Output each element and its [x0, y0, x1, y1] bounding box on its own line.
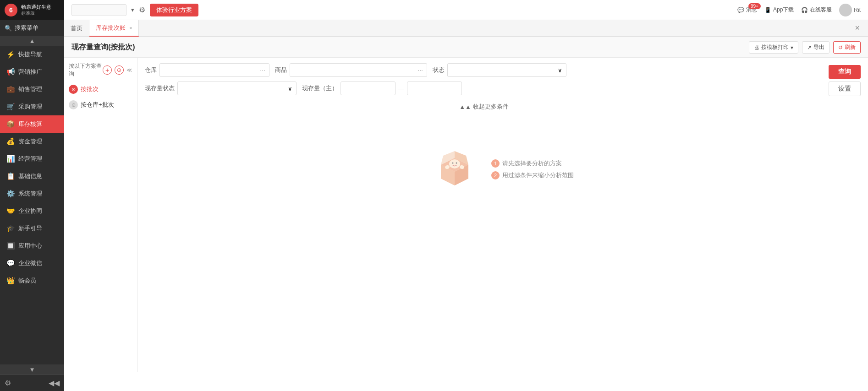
status-select[interactable]: ∨: [447, 63, 566, 77]
inventory-qty-to[interactable]: [407, 81, 462, 95]
sidebar-item-member[interactable]: 👑 畅会员: [0, 272, 64, 289]
warehouse-batch-icon: ⊙: [69, 100, 78, 109]
sidebar-search[interactable]: 🔍 搜索菜单: [0, 20, 64, 36]
sidebar-footer: ⚙ ◀◀: [0, 375, 64, 391]
inventory-status-select[interactable]: ∨: [177, 81, 297, 95]
refresh-btn[interactable]: ↺ 刷新: [833, 41, 861, 54]
sidebar-scroll-down[interactable]: ▼: [0, 364, 64, 375]
settings-icon[interactable]: ⚙: [5, 379, 11, 387]
warehouse-dots[interactable]: ···: [260, 66, 265, 74]
header-gear-btn[interactable]: ⚙: [139, 5, 145, 14]
app-title: 畅康通好生意: [21, 4, 51, 10]
sidebar-item-label: 资金管理: [18, 137, 42, 146]
right-content: 仓库 ··· 商品 ···: [137, 58, 868, 372]
sidebar-item-label: 快捷导航: [18, 50, 42, 59]
tab-active-label: 库存批次账: [96, 24, 126, 32]
panel-add-btn[interactable]: +: [103, 65, 112, 75]
sidebar-item-operations[interactable]: 📊 经营管理: [0, 150, 64, 168]
app-download-label: App下载: [773, 6, 794, 14]
user-name: Rit: [854, 7, 861, 13]
sidebar-item-label: 销售管理: [18, 85, 42, 93]
svg-point-7: [452, 163, 454, 164]
wechat-icon: 💬: [6, 259, 15, 267]
cube-svg: [432, 147, 478, 192]
phone-icon: 📱: [764, 7, 771, 13]
panel-item-warehouse-batch[interactable]: ⊙ 按仓库+批次: [64, 97, 137, 113]
sidebar-scroll-up[interactable]: ▲: [0, 36, 64, 46]
tab-bar-right: ×: [851, 20, 868, 37]
export-btn[interactable]: ↗ 导出: [802, 41, 830, 54]
svg-point-6: [449, 159, 460, 168]
sidebar-item-wechat[interactable]: 💬 企业微信: [0, 255, 64, 272]
tab-bar: 首页 库存批次账 × ×: [64, 20, 868, 37]
collapse-more-btn[interactable]: ▲▲ 收起更多条件: [145, 100, 823, 114]
page-header: 现存量查询(按批次) 🖨 按模板打印 ▾ ↗ 导出 ↺ 刷新: [64, 37, 868, 58]
apps-icon: 🔲: [6, 242, 15, 250]
sidebar-item-label: 库存核算: [18, 120, 42, 128]
online-service-action[interactable]: 🎧 在线客服: [801, 6, 832, 14]
header-right: 💬 消息 99+ 📱 App下载 🎧 在线客服 Rit: [737, 4, 861, 16]
tab-home-label: 首页: [71, 24, 82, 33]
sidebar-item-quick-nav[interactable]: ⚡ 快捷导航: [0, 46, 64, 63]
collapse-up-icon: ▲▲: [459, 103, 471, 110]
warehouse-input[interactable]: ···: [159, 63, 269, 77]
sidebar: 6 畅康通好生意 标准版 🔍 搜索菜单 ▲ ⚡ 快捷导航 📢 营销推广 💼 销售…: [0, 0, 64, 391]
panel-item-batch[interactable]: ⊙ 按批次: [64, 81, 137, 97]
filter-with-buttons: 仓库 ··· 商品 ···: [145, 63, 861, 119]
hint-num-1: 1: [491, 159, 500, 168]
svg-point-8: [456, 163, 457, 164]
refresh-icon: ↺: [838, 44, 843, 51]
header-dropdown-btn[interactable]: ▾: [131, 6, 134, 13]
product-label: 商品: [275, 66, 287, 74]
sidebar-item-sales[interactable]: 💼 销售管理: [0, 81, 64, 98]
status-label: 状态: [433, 66, 445, 74]
app-download-action[interactable]: 📱 App下载: [764, 6, 794, 14]
sidebar-item-purchase[interactable]: 🛒 采购管理: [0, 98, 64, 115]
avatar: [839, 4, 852, 16]
inventory-icon: 📦: [6, 120, 15, 128]
warehouse-label: 仓库: [145, 66, 157, 74]
online-service-label: 在线客服: [810, 6, 832, 14]
filter-area: 仓库 ··· 商品 ···: [145, 63, 823, 114]
finance-icon: 💰: [6, 137, 15, 146]
messages-action[interactable]: 💬 消息 99+: [737, 6, 757, 14]
close-panel-btn[interactable]: ×: [851, 20, 863, 37]
panel-collapse-btn[interactable]: ≪: [126, 67, 132, 73]
sidebar-item-finance[interactable]: 💰 资金管理: [0, 133, 64, 150]
messages-badge: 99+: [748, 3, 761, 9]
panel-setting-btn[interactable]: ⊙: [115, 65, 124, 75]
settings-button[interactable]: 设置: [829, 81, 861, 96]
sidebar-item-label: 企业协同: [18, 207, 42, 215]
product-input[interactable]: ···: [290, 63, 427, 77]
trial-button[interactable]: 体验行业方案: [150, 4, 198, 16]
collapse-sidebar-icon[interactable]: ◀◀: [49, 379, 60, 387]
inventory-qty-filter: 现存量（主） —: [302, 81, 462, 95]
sidebar-item-enterprise[interactable]: 🤝 企业协同: [0, 202, 64, 220]
inventory-qty-from[interactable]: [341, 81, 396, 95]
print-btn[interactable]: 🖨 按模板打印 ▾: [749, 41, 798, 54]
tab-inventory-batch[interactable]: 库存批次账 ×: [89, 20, 139, 37]
sidebar-item-newbie[interactable]: 🎓 新手引导: [0, 220, 64, 237]
sidebar-item-system[interactable]: ⚙️ 系统管理: [0, 185, 64, 202]
sidebar-item-label: 企业微信: [18, 259, 42, 267]
quick-nav-icon: ⚡: [6, 50, 15, 59]
empty-hint-1: 1 请先选择要分析的方案: [491, 159, 574, 168]
collapse-label: 收起更多条件: [473, 103, 509, 111]
sidebar-item-apps[interactable]: 🔲 应用中心: [0, 237, 64, 255]
empty-illustration: [432, 147, 478, 192]
query-button[interactable]: 查询: [829, 65, 861, 79]
page-content: 现存量查询(按批次) 🖨 按模板打印 ▾ ↗ 导出 ↺ 刷新: [64, 37, 868, 391]
product-dots[interactable]: ···: [418, 66, 423, 74]
sidebar-item-basic[interactable]: 📋 基础信息: [0, 168, 64, 185]
user-info[interactable]: Rit: [839, 4, 861, 16]
headset-icon: 🎧: [801, 7, 808, 13]
panel-item-warehouse-batch-label: 按仓库+批次: [81, 101, 114, 109]
product-filter: 商品 ···: [275, 63, 427, 77]
sidebar-item-marketing[interactable]: 📢 营销推广: [0, 63, 64, 81]
sidebar-item-inventory[interactable]: 📦 库存核算: [0, 115, 64, 133]
breadcrumb-input[interactable]: [71, 4, 126, 16]
content-body: 按以下方案查询 + ⊙ ≪ ⊙ 按批次 ⊙ 按仓库+批次: [64, 58, 868, 372]
tab-close-icon[interactable]: ×: [129, 25, 132, 31]
tab-home[interactable]: 首页: [64, 20, 89, 37]
newbie-icon: 🎓: [6, 224, 15, 233]
